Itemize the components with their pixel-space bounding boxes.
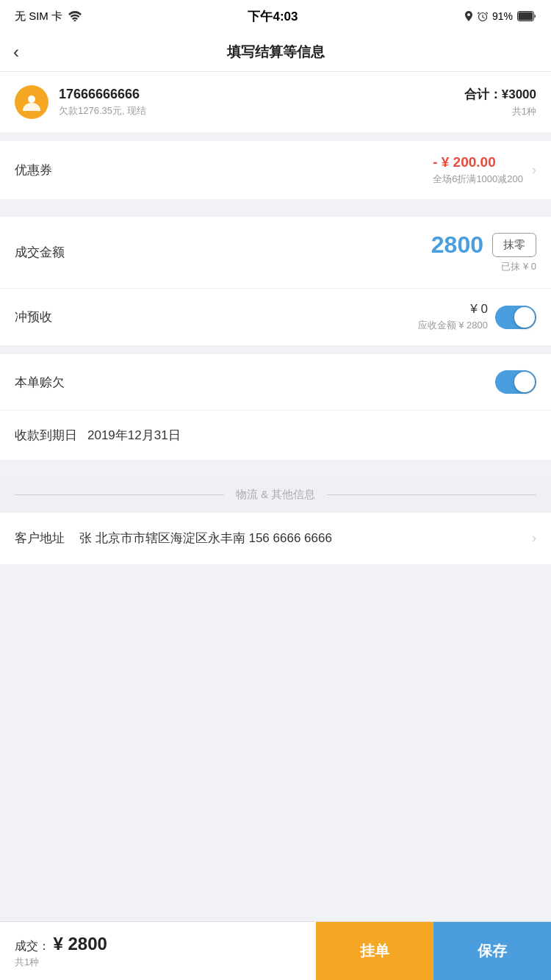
toggle-knob	[514, 307, 535, 328]
due-date-label: 收款到期日	[15, 427, 77, 444]
svg-point-0	[74, 20, 76, 21]
separator-1	[0, 208, 551, 217]
svg-point-4	[28, 96, 35, 103]
nav-bar: ‹ 填写结算等信息	[0, 32, 551, 72]
back-button[interactable]: ‹	[13, 42, 19, 62]
divider-line-left	[15, 494, 224, 495]
address-value: 张 北京市市辖区海淀区永丰南 156 6666 6666	[79, 529, 529, 548]
coupon-right: - ¥ 200.00 全场6折满1000减200 ›	[433, 154, 536, 186]
due-date-value: 2019年12月31日	[87, 427, 181, 444]
user-phone: 17666666666	[59, 87, 464, 102]
advance-label: 冲预收	[15, 309, 52, 325]
hold-button[interactable]: 挂单	[316, 922, 433, 981]
page-title: 填写结算等信息	[227, 43, 325, 62]
bottom-label: 成交：	[15, 940, 50, 952]
debit-section: 本单赊欠 收款到期日 2019年12月31日	[0, 354, 551, 460]
amount-section: 成交金额 2800 抹零 已抹 ¥ 0 冲预收 ¥ 0 应收金额 ¥ 2800	[0, 217, 551, 345]
address-label: 客户地址	[15, 530, 65, 547]
round-button[interactable]: 抹零	[492, 233, 536, 257]
wifi-icon	[68, 11, 82, 21]
divider-line-right	[327, 494, 536, 495]
avatar	[15, 85, 48, 119]
status-bar: 无 SIM 卡 下午4:03 91%	[0, 0, 551, 32]
svg-rect-3	[518, 12, 533, 21]
user-row: 17666666666 欠款1276.35元, 现结 合计：¥3000 共1种	[0, 72, 551, 132]
bottom-bar: 成交： ¥ 2800 共1种 挂单 保存	[0, 921, 551, 980]
user-section: 17666666666 欠款1276.35元, 现结 合计：¥3000 共1种	[0, 72, 551, 132]
advance-sub: 应收金额 ¥ 2800	[418, 319, 488, 332]
advance-right: ¥ 0 应收金额 ¥ 2800	[418, 302, 536, 332]
amount-right: 2800 抹零	[431, 231, 536, 259]
separator-3	[0, 469, 551, 478]
coupon-row[interactable]: 优惠券 - ¥ 200.00 全场6折满1000减200 ›	[0, 141, 551, 199]
coupon-section: 优惠券 - ¥ 200.00 全场6折满1000减200 ›	[0, 141, 551, 199]
status-left: 无 SIM 卡	[15, 10, 82, 24]
empty-space	[0, 573, 551, 705]
advance-row: 冲预收 ¥ 0 应收金额 ¥ 2800	[0, 288, 551, 345]
address-row[interactable]: 客户地址 张 北京市市辖区海淀区永丰南 156 6666 6666 ›	[0, 512, 551, 564]
advance-amount: ¥ 0	[418, 302, 488, 317]
amount-row: 成交金额 2800 抹零 已抹 ¥ 0	[0, 217, 551, 288]
user-info: 17666666666 欠款1276.35元, 现结	[59, 87, 464, 118]
alarm-icon	[478, 11, 488, 21]
advance-info: ¥ 0 应收金额 ¥ 2800	[418, 302, 488, 332]
separator-2	[0, 345, 551, 354]
debit-label: 本单赊欠	[15, 374, 65, 391]
location-icon	[464, 11, 473, 21]
status-right: 91%	[464, 10, 536, 22]
debit-toggle[interactable]	[495, 370, 536, 394]
bottom-count: 共1种	[15, 956, 301, 969]
debit-toggle-knob	[514, 372, 535, 392]
address-chevron-icon: ›	[532, 530, 536, 546]
bottom-summary: 成交： ¥ 2800 共1种	[0, 934, 316, 969]
coupon-label: 优惠券	[15, 162, 52, 179]
amount-sub: 已抹 ¥ 0	[431, 260, 536, 273]
total-count: 共1种	[464, 105, 536, 118]
status-time: 下午4:03	[248, 8, 298, 25]
user-debt: 欠款1276.35元, 现结	[59, 104, 464, 118]
total-amount: 合计：¥3000	[464, 86, 536, 103]
battery-percent: 91%	[492, 10, 513, 22]
due-date-row: 收款到期日 2019年12月31日	[0, 410, 551, 460]
divider-section: 物流 & 其他信息	[0, 478, 551, 512]
address-section: 客户地址 张 北京市市辖区海淀区永丰南 156 6666 6666 ›	[0, 512, 551, 564]
save-button[interactable]: 保存	[433, 922, 551, 981]
coupon-desc: 全场6折满1000减200	[433, 173, 523, 186]
chevron-right-icon: ›	[532, 162, 536, 178]
user-avatar-icon	[21, 92, 42, 112]
sim-status: 无 SIM 卡	[15, 10, 62, 24]
coupon-value: - ¥ 200.00	[433, 154, 523, 170]
amount-label: 成交金额	[15, 244, 65, 261]
user-total: 合计：¥3000 共1种	[464, 86, 536, 118]
bottom-amount: ¥ 2800	[53, 934, 107, 954]
battery-icon	[517, 11, 536, 21]
debit-row: 本单赊欠	[0, 354, 551, 410]
amount-number: 2800	[431, 231, 483, 259]
advance-toggle[interactable]	[495, 306, 536, 329]
divider-text: 物流 & 其他信息	[236, 488, 315, 502]
